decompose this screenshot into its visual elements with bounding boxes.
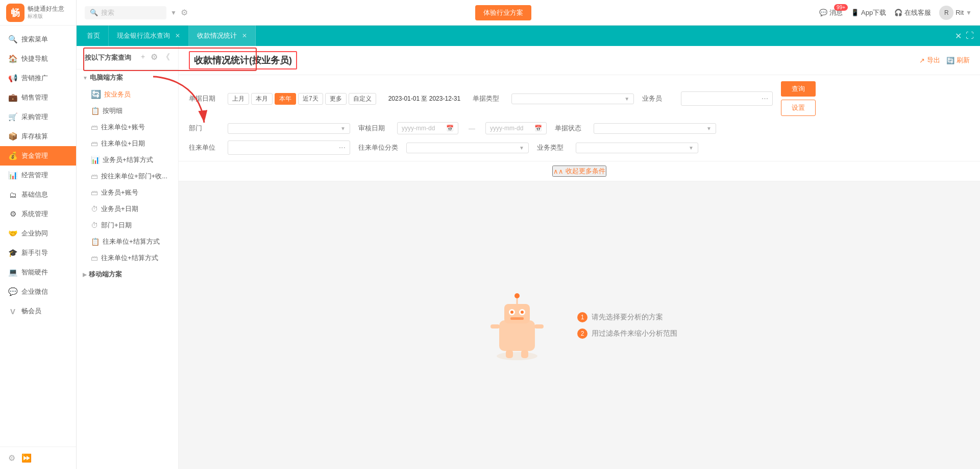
partner-more[interactable]: ···: [339, 143, 346, 152]
export-button[interactable]: ↗ 导出: [919, 56, 940, 65]
sidebar-item-enterprise[interactable]: 🤝 企业协同: [0, 224, 76, 243]
tree-item-salesman-date[interactable]: ⏱ 业务员+日期: [85, 201, 178, 217]
refresh-button[interactable]: 🔄 刷新: [946, 56, 970, 65]
tree-item-by-salesman[interactable]: 🔄 按业务员: [85, 86, 178, 103]
tree-item-salesman-settle[interactable]: 📊 业务员+结算方式: [85, 152, 178, 168]
biz-type-select[interactable]: ▼: [576, 143, 698, 153]
user-avatar: R: [939, 6, 953, 20]
date-btn-7days[interactable]: 近7天: [298, 93, 323, 105]
settings-bottom-icon[interactable]: ⚙: [8, 453, 15, 463]
salesman-more[interactable]: ···: [762, 94, 768, 103]
date-btn-this-month[interactable]: 本月: [251, 93, 273, 105]
date-btn-more[interactable]: 更多: [325, 93, 347, 105]
doc-status-arrow: ▼: [706, 126, 712, 131]
pc-group-label: 电脑端方案: [90, 73, 123, 82]
sidebar-item-guide[interactable]: 🎓 新手引导: [0, 243, 76, 263]
page-content: 按以下方案查询 ＋ ⚙ 《 ▼ 电脑端方案 🔄 按业务员 📋: [77, 46, 980, 469]
sidebar-item-operation[interactable]: 📊 经营管理: [0, 166, 76, 185]
date-btn-last-month[interactable]: 上月: [228, 93, 249, 105]
app-download-button[interactable]: 📱 App下载: [851, 8, 886, 17]
svg-rect-2: [504, 304, 530, 323]
sidebar-item-search[interactable]: 🔍 搜索菜单: [0, 30, 76, 49]
tab-home[interactable]: 首页: [77, 26, 109, 46]
settings-icon[interactable]: ⚙: [181, 8, 188, 17]
sidebar-item-inventory[interactable]: 📦 库存核算: [0, 127, 76, 146]
sidebar-item-wechat[interactable]: 💬 企业微信: [0, 282, 76, 301]
main-content-area: 收款情况统计(按业务员) ↗ 导出 🔄 刷新 单据日期: [179, 46, 980, 469]
app-download-label: App下载: [861, 8, 886, 17]
partner-settle1-icon: 📋: [91, 238, 100, 246]
tab-close-all-icon[interactable]: ✕: [955, 31, 962, 41]
query-button[interactable]: 查询: [781, 81, 816, 97]
search-bar[interactable]: 🔍 搜索: [85, 6, 166, 19]
tree-item-dept-date[interactable]: ⏱ 部门+日期: [85, 217, 178, 233]
sidebar-label-member: 畅会员: [21, 307, 41, 316]
partner-select[interactable]: ···: [228, 140, 350, 155]
sidebar-item-finance[interactable]: 💰 资金管理: [0, 146, 76, 166]
tree-item-partner-date[interactable]: 🗃 往来单位+日期: [85, 135, 178, 152]
topbar-dropdown-arrow[interactable]: ▼: [170, 9, 177, 16]
review-date-to[interactable]: yyyy-mm-dd 📅: [485, 122, 547, 134]
collapse-sidebar-icon[interactable]: ⏩: [21, 453, 32, 463]
tree-group-pc[interactable]: ▼ 电脑端方案: [77, 69, 178, 86]
tree-item-partner-dept[interactable]: 🗃 按往来单位+部门+收...: [85, 168, 178, 184]
tab-collection-stats-close[interactable]: ✕: [242, 32, 247, 39]
panel-add-icon[interactable]: ＋: [139, 52, 146, 63]
svg-point-6: [521, 311, 524, 314]
set-button[interactable]: 设置: [781, 100, 816, 116]
tab-collection-stats[interactable]: 收款情况统计 ✕: [189, 26, 256, 46]
tab-fullscreen-icon[interactable]: ⛶: [966, 31, 974, 40]
review-date-label: 审核日期: [358, 124, 389, 133]
user-menu[interactable]: R Rit ▼: [939, 6, 972, 20]
biz-type-label: 业务类型: [537, 143, 568, 152]
doc-status-select[interactable]: ▼: [594, 123, 716, 134]
sidebar-item-marketing[interactable]: 📢 营销推广: [0, 68, 76, 88]
date-to: 2023-12-31: [429, 95, 460, 102]
sidebar-item-member[interactable]: V 畅会员: [0, 301, 76, 321]
panel-actions: ＋ ⚙ 《: [139, 52, 170, 63]
page-header: 收款情况统计(按业务员) ↗ 导出 🔄 刷新: [179, 46, 980, 75]
partner-settle2-label: 往来单位+结算方式: [101, 253, 158, 263]
tree-group-mobile[interactable]: ▶ 移动端方案: [77, 266, 178, 283]
date-btn-custom[interactable]: 自定义: [349, 93, 376, 105]
sidebar-item-sales[interactable]: 💼 销售管理: [0, 88, 76, 107]
sidebar-item-hardware[interactable]: 💻 智能硬件: [0, 263, 76, 282]
tab-bank-flow-close[interactable]: ✕: [175, 32, 180, 39]
panel-collapse-icon[interactable]: 《: [162, 52, 170, 63]
operation-icon: 📊: [8, 171, 17, 180]
tree-item-salesman-account[interactable]: 🗃 业务员+账号: [85, 184, 178, 201]
salesman-select[interactable]: ···: [681, 91, 773, 106]
sidebar-item-system[interactable]: ⚙ 系统管理: [0, 204, 76, 224]
sidebar-item-basic[interactable]: 🗂 基础信息: [0, 185, 76, 204]
scheme-trial-button[interactable]: 体验行业方案: [475, 5, 531, 20]
biz-type-arrow: ▼: [689, 145, 694, 151]
dept-select[interactable]: ▼: [228, 123, 350, 134]
dept-label: 部门: [189, 124, 219, 133]
partner-label: 往来单位: [189, 143, 219, 152]
sidebar-item-quicknav[interactable]: 🏠 快捷导航: [0, 49, 76, 68]
review-from-placeholder: yyyy-mm-dd: [402, 125, 435, 132]
sales-icon: 💼: [8, 93, 17, 102]
sidebar-item-purchase[interactable]: 🛒 采购管理: [0, 107, 76, 127]
panel-settings-icon[interactable]: ⚙: [151, 52, 158, 63]
tree-item-partner-settle1[interactable]: 📋 往来单位+结算方式: [85, 233, 178, 250]
review-date-from[interactable]: yyyy-mm-dd 📅: [397, 122, 458, 134]
partner-settle2-icon: 🗃: [91, 254, 98, 262]
search-placeholder: 搜索: [101, 8, 114, 17]
export-label: 导出: [927, 56, 940, 65]
sidebar-label-sales: 销售管理: [21, 93, 48, 102]
doc-type-select[interactable]: ▼: [511, 93, 634, 104]
online-service-button[interactable]: 🎧 在线客服: [894, 8, 931, 17]
message-button[interactable]: 💬 消息 99+: [819, 8, 843, 17]
partner-account-icon: 🗃: [91, 123, 98, 131]
date-btn-this-year[interactable]: 本年: [275, 93, 296, 105]
tree-item-partner-account[interactable]: 🗃 往来单位+账号: [85, 119, 178, 135]
tree-item-by-detail[interactable]: 📋 按明细: [85, 103, 178, 119]
partner-category-select[interactable]: ▼: [406, 143, 529, 153]
collapse-button[interactable]: ∧∧ 收起更多条件: [552, 166, 606, 177]
left-panel-header: 按以下方案查询 ＋ ⚙ 《: [77, 46, 178, 69]
tree-item-partner-settle2[interactable]: 🗃 往来单位+结算方式: [85, 250, 178, 266]
main-area: 🔍 搜索 ▼ ⚙ 体验行业方案 💬 消息 99+ 📱 App下载 🎧 在线客服: [77, 0, 980, 469]
hardware-icon: 💻: [8, 268, 17, 277]
tab-bank-flow[interactable]: 现金银行流水查询 ✕: [109, 26, 189, 46]
